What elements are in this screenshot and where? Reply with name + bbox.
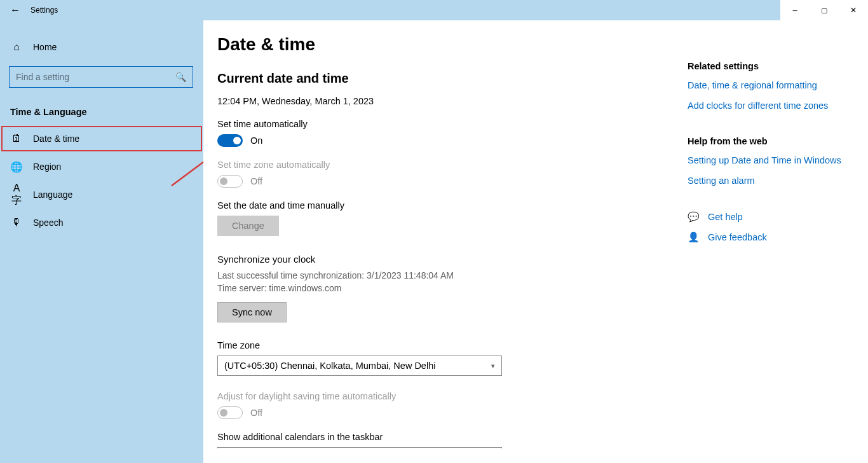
related-heading: Related settings — [688, 61, 868, 71]
set-tz-auto-label: Set time zone automatically — [217, 160, 680, 170]
calendar-clock-icon: 🗓 — [10, 133, 23, 144]
home-icon: ⌂ — [10, 41, 23, 53]
get-help-label: Get help — [708, 212, 743, 222]
globe-icon: 🌐 — [10, 161, 23, 173]
sidebar-item-region[interactable]: 🌐 Region — [0, 153, 203, 181]
set-time-auto-toggle[interactable] — [217, 134, 243, 147]
dst-toggle — [217, 406, 243, 419]
link-date-regional[interactable]: Date, time & regional formatting — [688, 80, 868, 90]
set-tz-auto-state: Off — [250, 176, 262, 186]
sidebar-item-speech[interactable]: 🎙 Speech — [0, 209, 203, 237]
microphone-icon: 🎙 — [10, 217, 23, 228]
sidebar-item-label: Speech — [33, 218, 63, 228]
sidebar: ⌂ Home 🔍 Time & Language 🗓 Date & time 🌐… — [0, 20, 203, 463]
minimize-button[interactable] — [780, 0, 810, 20]
manual-label: Set the date and time manually — [217, 200, 680, 211]
maximize-button[interactable] — [810, 0, 839, 20]
home-label: Home — [33, 42, 57, 52]
get-help-button[interactable]: 💬 Get help — [688, 211, 868, 223]
timezone-label: Time zone — [217, 340, 680, 350]
category-heading: Time & Language — [0, 98, 203, 125]
chat-help-icon: 💬 — [688, 211, 699, 223]
sync-last: Last successful time synchronization: 3/… — [217, 270, 680, 282]
chevron-down-icon: ▾ — [491, 362, 495, 370]
set-tz-auto-toggle — [217, 175, 243, 188]
sidebar-item-label: Date & time — [33, 134, 79, 144]
set-time-auto-state: On — [250, 135, 262, 146]
timezone-select[interactable]: (UTC+05:30) Chennai, Kolkata, Mumbai, Ne… — [217, 356, 502, 376]
content: Date & time Current date and time 12:04 … — [203, 20, 680, 463]
give-feedback-button[interactable]: 👤 Give feedback — [688, 232, 868, 243]
search-icon: 🔍 — [175, 72, 186, 82]
dst-state: Off — [250, 408, 262, 418]
help-heading: Help from the web — [688, 136, 868, 146]
language-icon: A字 — [10, 183, 23, 207]
change-button: Change — [217, 216, 279, 236]
back-button[interactable]: ← — [0, 4, 31, 16]
close-button[interactable] — [839, 0, 868, 20]
dst-label: Adjust for daylight saving time automati… — [217, 391, 680, 401]
sync-server: Time server: time.windows.com — [217, 282, 680, 295]
window-title: Settings — [31, 6, 58, 15]
sidebar-item-date-time[interactable]: 🗓 Date & time — [0, 125, 203, 153]
timezone-value: (UTC+05:30) Chennai, Kolkata, Mumbai, Ne… — [224, 361, 435, 371]
sidebar-item-label: Language — [33, 190, 72, 200]
page-title: Date & time — [217, 34, 680, 55]
person-feedback-icon: 👤 — [688, 232, 699, 243]
titlebar: ← Settings — [0, 0, 868, 20]
link-setup-date-time[interactable]: Setting up Date and Time in Windows — [688, 155, 868, 165]
search-box[interactable]: 🔍 — [9, 66, 193, 88]
calendars-label: Show additional calendars in the taskbar — [217, 432, 680, 442]
sync-heading: Synchronize your clock — [217, 254, 680, 265]
search-input[interactable] — [16, 72, 175, 82]
sync-now-button[interactable]: Sync now — [217, 302, 287, 322]
link-add-clocks[interactable]: Add clocks for different time zones — [688, 100, 868, 111]
home-nav[interactable]: ⌂ Home — [0, 33, 203, 61]
section-current-heading: Current date and time — [217, 71, 680, 86]
main-area: Date & time Current date and time 12:04 … — [203, 20, 868, 463]
link-setting-alarm[interactable]: Setting an alarm — [688, 176, 868, 186]
sidebar-item-label: Region — [33, 162, 61, 172]
set-time-auto-label: Set time automatically — [217, 119, 680, 129]
right-panel: Related settings Date, time & regional f… — [680, 20, 868, 463]
sidebar-item-language[interactable]: A字 Language — [0, 181, 203, 209]
give-feedback-label: Give feedback — [708, 232, 767, 242]
current-datetime: 12:04 PM, Wednesday, March 1, 2023 — [217, 96, 680, 106]
